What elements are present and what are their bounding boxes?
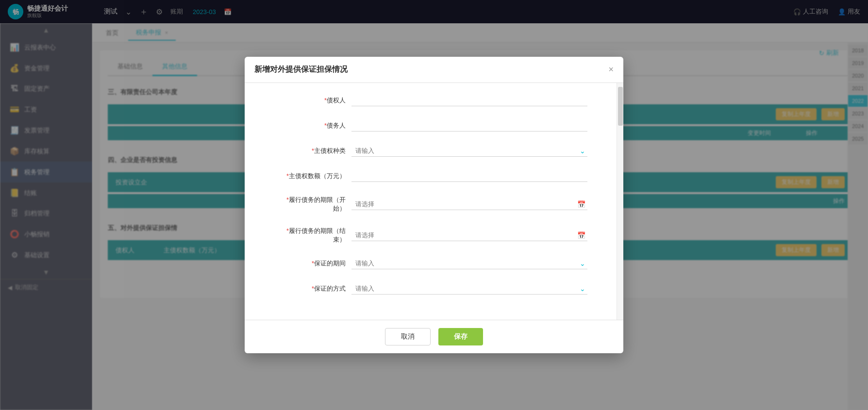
modal-header: 新增对外提供保证担保情况 × (245, 57, 623, 83)
form-row-debtor: *债务人 (274, 120, 587, 131)
modal-scrollbar[interactable] (617, 83, 623, 320)
period-end-input[interactable] (351, 230, 577, 241)
period-start-date[interactable]: 📅 (351, 198, 587, 210)
principal-amount-input[interactable] (351, 170, 587, 182)
modal-dialog: 新增对外提供保证担保情况 × *债权人 *债务人 (245, 57, 623, 353)
form-row-creditor: *债权人 (274, 95, 587, 106)
principal-type-label: *主债权种类 (274, 147, 351, 155)
guarantee-period-label: *保证的期间 (274, 259, 351, 268)
modal-title: 新增对外提供保证担保情况 (254, 65, 348, 75)
guarantee-period-arrow-icon[interactable]: ⌄ (580, 260, 587, 267)
modal-overlay: 新增对外提供保证担保情况 × *债权人 *债务人 (0, 0, 868, 410)
form-row-principal-type: *主债权种类 ⌄ (274, 145, 587, 157)
principal-amount-label: *主债权数额（万元） (274, 172, 351, 180)
period-end-date[interactable]: 📅 (351, 230, 587, 241)
save-button[interactable]: 保存 (438, 328, 483, 345)
principal-type-input[interactable] (351, 145, 580, 156)
period-end-calendar-icon[interactable]: 📅 (577, 231, 587, 239)
creditor-label: *债权人 (274, 96, 351, 105)
period-start-input[interactable] (351, 198, 577, 210)
guarantee-method-select[interactable]: ⌄ (351, 283, 587, 295)
period-start-calendar-icon[interactable]: 📅 (577, 200, 587, 208)
period-end-label: *履行债务的期限（结束） (274, 227, 351, 244)
modal-footer: 取消 保存 (245, 320, 623, 353)
period-start-label: *履行债务的期限（开始） (274, 196, 351, 213)
cancel-button[interactable]: 取消 (385, 328, 431, 345)
modal-scrollbar-thumb (618, 87, 623, 126)
modal-close-button[interactable]: × (608, 65, 614, 75)
form-row-guarantee-period: *保证的期间 ⌄ (274, 258, 587, 269)
debtor-label: *债务人 (274, 121, 351, 130)
principal-type-select[interactable]: ⌄ (351, 145, 587, 157)
guarantee-method-input[interactable] (351, 283, 580, 294)
guarantee-period-select[interactable]: ⌄ (351, 258, 587, 269)
form-row-principal-amount: *主债权数额（万元） (274, 170, 587, 182)
debtor-input[interactable] (351, 120, 587, 131)
modal-body: *债权人 *债务人 *主债权种类 (245, 83, 617, 320)
form-row-guarantee-method: *保证的方式 ⌄ (274, 283, 587, 295)
guarantee-method-label: *保证的方式 (274, 284, 351, 293)
guarantee-period-input[interactable] (351, 258, 580, 269)
form-row-period-end: *履行债务的期限（结束） 📅 (274, 227, 587, 244)
form-row-period-start: *履行债务的期限（开始） 📅 (274, 196, 587, 213)
creditor-input[interactable] (351, 95, 587, 106)
guarantee-method-arrow-icon[interactable]: ⌄ (580, 285, 587, 293)
principal-type-arrow-icon[interactable]: ⌄ (580, 147, 587, 155)
